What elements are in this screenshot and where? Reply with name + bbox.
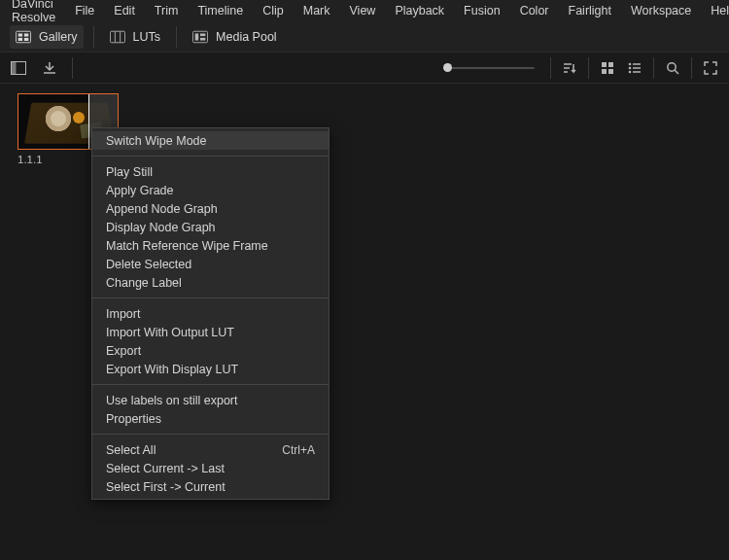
panel-gallery-button[interactable]: Gallery	[10, 25, 84, 49]
svg-rect-11	[200, 37, 205, 40]
menu-fairlight[interactable]: Fairlight	[559, 1, 621, 20]
panel-luts-button[interactable]: LUTs	[104, 25, 166, 49]
menu-playback[interactable]: Playback	[385, 1, 454, 20]
menu-help[interactable]: Help	[701, 1, 729, 20]
svg-rect-13	[12, 61, 17, 74]
cm-select-first-current[interactable]: Select First -> Current	[92, 477, 329, 496]
svg-rect-2	[24, 33, 28, 36]
sort-button[interactable]	[557, 55, 582, 81]
svg-rect-20	[602, 69, 607, 74]
mediapool-icon	[192, 29, 208, 45]
cm-select-current-last[interactable]: Select Current -> Last	[92, 459, 329, 477]
cm-export-display-lut[interactable]: Export With Display LUT	[92, 360, 329, 378]
thumbnail-view-button[interactable]	[595, 55, 620, 81]
menu-edit[interactable]: Edit	[104, 1, 145, 20]
luts-icon	[110, 29, 125, 45]
menu-file[interactable]: File	[65, 1, 104, 20]
menu-separator	[92, 384, 329, 385]
cm-export[interactable]: Export	[92, 341, 329, 360]
cm-append-node-graph[interactable]: Append Node Graph	[92, 199, 329, 218]
svg-rect-1	[18, 33, 22, 36]
still-albums-toggle-button[interactable]	[6, 55, 31, 81]
svg-rect-10	[200, 33, 205, 36]
thumbnail-size-slider[interactable]	[445, 67, 535, 69]
panel-mediapool-button[interactable]: Media Pool	[187, 25, 283, 49]
menu-view[interactable]: View	[340, 1, 386, 20]
gallery-icon	[16, 29, 31, 45]
svg-point-28	[668, 62, 676, 70]
svg-rect-3	[18, 37, 22, 40]
thumbnail-wipe-line	[88, 94, 89, 149]
svg-rect-9	[195, 33, 199, 40]
toolbar-divider	[176, 26, 177, 48]
svg-rect-21	[608, 69, 613, 74]
panel-toolbar: Gallery LUTs Media Pool	[0, 21, 729, 52]
cm-match-reference-wipe[interactable]: Match Reference Wipe Frame	[92, 236, 329, 255]
svg-rect-18	[602, 62, 607, 67]
main-menu-bar: DaVinci Resolve File Edit Trim Timeline …	[0, 0, 729, 21]
menu-color[interactable]: Color	[510, 1, 559, 20]
cm-switch-wipe-mode[interactable]: Switch Wipe Mode	[92, 131, 329, 150]
thumbnail-content	[46, 106, 71, 131]
cm-play-still[interactable]: Play Still	[92, 162, 329, 181]
list-view-button[interactable]	[622, 55, 647, 81]
thumbnail-content	[73, 112, 85, 123]
svg-rect-0	[16, 31, 30, 43]
toolbar-divider	[691, 57, 692, 79]
menu-fusion[interactable]: Fusion	[454, 1, 510, 20]
menu-workspace[interactable]: Workspace	[621, 1, 701, 20]
cm-import-output-lut[interactable]: Import With Output LUT	[92, 323, 329, 341]
toolbar-divider	[93, 26, 94, 48]
svg-line-29	[675, 70, 678, 74]
panel-luts-label: LUTs	[133, 30, 160, 44]
toolbar-divider	[72, 57, 73, 79]
slider-track	[445, 67, 535, 69]
cm-properties[interactable]: Properties	[92, 409, 329, 428]
cm-delete-selected[interactable]: Delete Selected	[92, 255, 329, 273]
panel-gallery-label: Gallery	[39, 30, 78, 44]
svg-rect-19	[608, 62, 613, 67]
cm-select-all-shortcut: Ctrl+A	[282, 443, 315, 457]
gallery-panel: 1.1.1 Switch Wipe Mode Play Still Apply …	[0, 84, 729, 560]
cm-select-all-label: Select All	[106, 443, 156, 457]
gallery-sub-toolbar	[0, 52, 729, 84]
slider-thumb[interactable]	[443, 63, 452, 72]
cm-apply-grade[interactable]: Apply Grade	[92, 181, 329, 199]
search-button[interactable]	[660, 55, 685, 81]
cm-select-all[interactable]: Select All Ctrl+A	[92, 440, 329, 459]
svg-point-23	[629, 66, 632, 69]
menu-separator	[92, 298, 329, 298]
menu-timeline[interactable]: Timeline	[188, 1, 253, 20]
menu-clip[interactable]: Clip	[253, 1, 294, 20]
cm-display-node-graph[interactable]: Display Node Graph	[92, 218, 329, 236]
menu-separator	[92, 434, 329, 435]
menu-mark[interactable]: Mark	[294, 1, 340, 20]
svg-point-24	[629, 70, 632, 73]
menu-app[interactable]: DaVinci Resolve	[6, 0, 65, 27]
cm-change-label[interactable]: Change Label	[92, 273, 329, 292]
menu-trim[interactable]: Trim	[145, 1, 189, 20]
grab-still-button[interactable]	[37, 55, 62, 81]
svg-rect-4	[24, 37, 28, 40]
svg-point-22	[629, 62, 632, 65]
toolbar-divider	[588, 57, 589, 79]
cm-use-labels-on-export[interactable]: Use labels on still export	[92, 391, 329, 409]
cm-import[interactable]: Import	[92, 304, 329, 323]
menu-separator	[92, 156, 329, 157]
panel-mediapool-label: Media Pool	[216, 30, 277, 44]
toolbar-divider	[653, 57, 654, 79]
svg-rect-5	[110, 31, 124, 43]
toolbar-divider	[550, 57, 551, 79]
gallery-context-menu: Switch Wipe Mode Play Still Apply Grade …	[91, 127, 330, 500]
expand-button[interactable]	[698, 55, 723, 81]
